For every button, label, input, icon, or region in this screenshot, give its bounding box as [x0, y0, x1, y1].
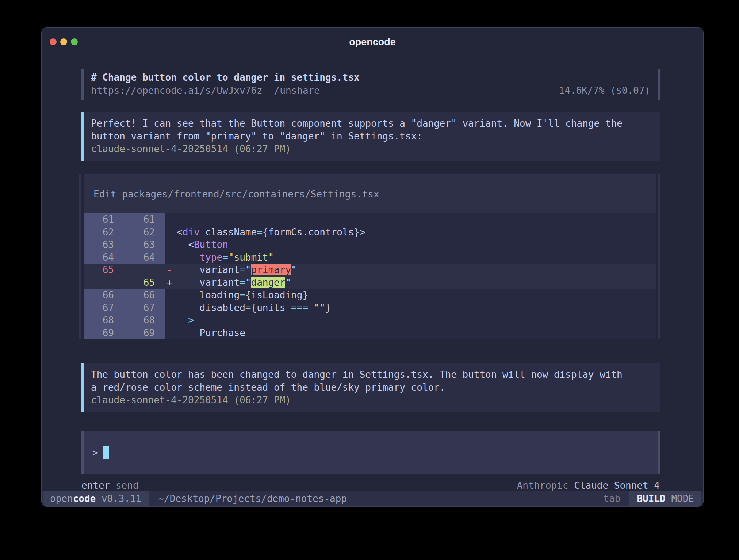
session-header: # Change button color to danger in setti… [81, 69, 660, 100]
hint-bar: entersend AnthropicClaude Sonnet 4 [81, 479, 660, 492]
model-name: Claude Sonnet 4 [574, 480, 660, 491]
assistant-message: Perfect! I can see that the Button compo… [81, 112, 660, 161]
diff-row: 6363 <Button [84, 238, 656, 251]
assistant-message: The button color has been changed to dan… [81, 363, 660, 412]
session-title: # Change button color to danger in setti… [91, 71, 658, 84]
session-content: # Change button color to danger in setti… [42, 69, 703, 492]
diff-row: 6666 loading={isLoading} [84, 289, 656, 302]
diff-row: 6868 > [84, 314, 656, 327]
working-directory: ~/Desktop/Projects/demo-notes-app [158, 493, 347, 504]
status-bar: opencodev0.3.11 ~/Desktop/Projects/demo-… [42, 491, 703, 506]
titlebar: opencode [42, 28, 703, 54]
diff-row: 65+ variant="danger" [84, 276, 656, 289]
message-meta: claude-sonnet-4-20250514 (06:27 PM) [91, 394, 660, 407]
edit-file-header: Edit packages/frontend/src/containers/Se… [84, 174, 656, 213]
diff-row: 6767 disabled={units === ""} [84, 302, 656, 314]
diff-row: 65- variant="primary" [84, 264, 656, 276]
text-cursor [103, 446, 109, 459]
diff-row: 6969 Purchase [84, 327, 656, 340]
unshare-command[interactable]: /unshare [274, 84, 320, 97]
brand-chip: opencodev0.3.11 [43, 491, 149, 506]
diff-row: 6161 [84, 213, 656, 226]
mode-label: MODE [671, 493, 694, 504]
diff-row: 6464 type="submit" [84, 251, 656, 264]
brand-open: open [50, 493, 73, 504]
message-text: Perfect! I can see that the Button compo… [91, 117, 660, 143]
diff-rows: 61616262<div className={formCs.controls}… [84, 213, 656, 339]
diff-row: 6262<div className={formCs.controls}> [84, 226, 656, 239]
window-title: opencode [42, 37, 703, 48]
tab-hint: tab [603, 493, 620, 504]
app-window: opencode # Change button color to danger… [41, 27, 704, 507]
mode-name: BUILD [637, 493, 665, 504]
share-url[interactable]: https://opencode.ai/s/UwJxv76z [91, 84, 263, 97]
mode-chip[interactable]: BUILDMODE [629, 491, 701, 506]
app-version: v0.3.11 [102, 493, 142, 504]
prompt-input[interactable]: > [81, 431, 660, 474]
token-stats: 14.6K/7% ($0.07) [559, 84, 658, 97]
message-meta: claude-sonnet-4-20250514 (06:27 PM) [91, 143, 660, 156]
enter-hint-action: send [116, 480, 139, 491]
brand-code: code [73, 493, 96, 504]
edit-tool-card: Edit packages/frontend/src/containers/Se… [84, 174, 656, 339]
provider-name: Anthropic [517, 480, 568, 491]
enter-hint-key: enter [81, 480, 110, 491]
prompt-caret: > [92, 447, 98, 458]
message-text: The button color has been changed to dan… [91, 368, 660, 394]
